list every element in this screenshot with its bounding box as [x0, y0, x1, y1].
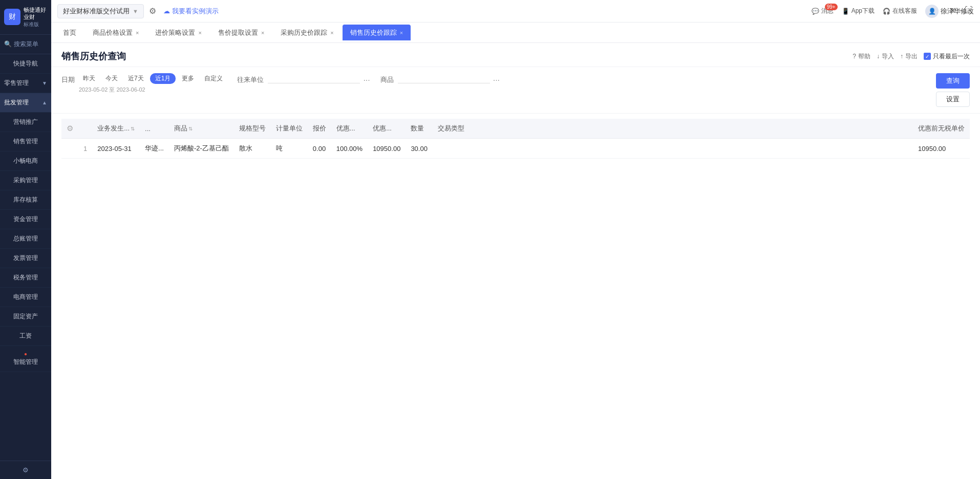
headphone-icon: 🎧	[883, 8, 890, 15]
sidebar-item-smart[interactable]: ● 智能管理	[0, 346, 51, 372]
help-button[interactable]: ? 帮助	[853, 52, 870, 61]
tab-sale-extract-close[interactable]: ×	[261, 30, 264, 36]
tab-purchase-strategy-close[interactable]: ×	[198, 30, 201, 36]
product-dots[interactable]: ...	[493, 74, 500, 83]
sidebar-settings-button[interactable]: ⚙	[0, 461, 51, 479]
tab-purchase-strategy[interactable]: 进价策略设置 ×	[147, 25, 209, 40]
tab-product-price-close[interactable]: ×	[136, 30, 139, 36]
td-spec: 散水	[234, 139, 271, 159]
app-download-button[interactable]: 📱 App下载	[842, 7, 875, 15]
tab-sale-history-label: 销售历史价跟踪	[350, 28, 397, 37]
date-btn-custom[interactable]: 自定义	[200, 73, 227, 84]
date-btn-7days[interactable]: 近7天	[124, 73, 148, 84]
gear-icon[interactable]: ⚙	[67, 124, 73, 133]
th-trade-type[interactable]: 交易类型	[433, 119, 470, 139]
td-discount2: 10950.00	[368, 139, 406, 159]
sidebar-item-tax[interactable]: 税务管理	[0, 268, 51, 288]
th-unit[interactable]: 计量单位	[271, 119, 308, 139]
app-edition: 标准版	[24, 21, 47, 28]
tab-sale-history[interactable]: 销售历史价跟踪 ×	[343, 25, 411, 40]
table-header-row: ⚙ 业务发生...⇅ ... 商品⇅ 规格型号 计量单位 报价 优惠... 优惠…	[61, 119, 970, 139]
sidebar-ledger-label: 总账管理	[13, 234, 38, 243]
date-btn-yesterday[interactable]: 昨天	[79, 73, 99, 84]
td-spacer	[470, 139, 913, 159]
date-btn-more[interactable]: 更多	[178, 73, 198, 84]
demo-label: 我要看实例演示	[172, 7, 219, 16]
tab-purchase-strategy-label: 进价策略设置	[155, 28, 195, 37]
import-button[interactable]: ↓ 导入	[877, 52, 894, 61]
topbar-settings-icon[interactable]: ⚙	[149, 6, 156, 16]
sidebar-item-quick-nav[interactable]: 快捷导航	[0, 54, 51, 74]
th-pre-tax-price[interactable]: 优惠前无税单价	[913, 119, 970, 139]
sidebar-item-purchase[interactable]: 采购管理	[0, 171, 51, 190]
sidebar-item-ecommerce[interactable]: 电商管理	[0, 288, 51, 307]
smart-dot: ●	[24, 351, 27, 357]
th-product[interactable]: 商品⇅	[169, 119, 234, 139]
from-unit-field: ...	[268, 73, 370, 83]
query-button[interactable]: 查询	[936, 73, 970, 89]
sidebar-search[interactable]: 🔍 搜索菜单	[0, 35, 51, 54]
sidebar-item-marketing[interactable]: 营销推广	[0, 113, 51, 132]
from-unit-dots[interactable]: ...	[363, 74, 370, 83]
app-name-block: 畅捷通好业财 标准版	[24, 6, 47, 28]
sidebar-tax-label: 税务管理	[13, 273, 38, 282]
tab-sale-extract[interactable]: 售价提取设置 ×	[210, 25, 272, 40]
tab-sale-history-close[interactable]: ×	[400, 30, 403, 36]
tab-product-price[interactable]: 商品价格设置 ×	[85, 25, 146, 40]
version-selector[interactable]: 好业财标准版交付试用 ▼	[57, 4, 144, 18]
sidebar-wholesale-label: 批发管理	[4, 98, 29, 107]
gear-icon: ⚙	[23, 466, 29, 474]
sidebar-finance-label: 资金管理	[13, 215, 38, 224]
page-content: 销售历史价查询 ? 帮助 ↓ 导入 ↑ 导出 ✓ 只看最后一次	[51, 43, 980, 479]
sidebar-item-finance[interactable]: 资金管理	[0, 210, 51, 229]
tab-sale-extract-label: 售价提取设置	[218, 28, 258, 37]
from-unit-input[interactable]	[268, 73, 360, 83]
data-table: ⚙ 业务发生...⇅ ... 商品⇅ 规格型号 计量单位 报价 优惠... 优惠…	[61, 119, 970, 159]
th-spec[interactable]: 规格型号	[234, 119, 271, 139]
sidebar-item-ledger[interactable]: 总账管理	[0, 229, 51, 249]
sidebar-ecommerce-label: 电商管理	[13, 293, 38, 301]
sidebar-inventory-label: 库存核算	[13, 195, 38, 204]
tab-product-price-label: 商品价格设置	[93, 28, 133, 37]
sidebar-invoice-label: 发票管理	[13, 254, 38, 263]
th-more[interactable]: ...	[140, 119, 169, 139]
export-button[interactable]: ↑ 导出	[900, 52, 918, 61]
sidebar-item-fixed-assets[interactable]: 固定资产	[0, 307, 51, 326]
tab-home[interactable]: 首页	[55, 25, 84, 40]
tab-purchase-history-close[interactable]: ×	[330, 30, 333, 36]
online-service-button[interactable]: 🎧 在线客服	[883, 7, 917, 15]
sidebar-item-sales[interactable]: 销售管理	[0, 132, 51, 151]
sidebar-item-wholesale[interactable]: 批发管理 ▲	[0, 93, 51, 113]
td-discount1: 100.00%	[331, 139, 368, 159]
sidebar-item-payroll[interactable]: 工资	[0, 326, 51, 346]
sidebar-payroll-label: 工资	[19, 332, 32, 340]
td-pre-tax-price: 10950.00	[913, 139, 970, 159]
th-quantity[interactable]: 数量	[406, 119, 433, 139]
sidebar-item-inventory[interactable]: 库存核算	[0, 190, 51, 210]
th-gear[interactable]: ⚙	[61, 119, 78, 139]
sidebar: 财 畅捷通好业财 标准版 🔍 搜索菜单 快捷导航 零售管理 ▼ 批发管理 ▲ 营…	[0, 0, 51, 479]
app-name: 畅捷通好业财	[24, 6, 47, 21]
filter-buttons: 查询 设置	[936, 73, 970, 107]
sidebar-fixed-assets-label: 固定资产	[13, 312, 38, 321]
date-btn-1month[interactable]: 近1月	[150, 73, 176, 84]
filter-settings-button[interactable]: 设置	[936, 92, 970, 107]
filter-product-group: 商品 ...	[380, 73, 500, 84]
app-download-label: App下载	[851, 7, 875, 15]
demo-link[interactable]: ☁ 我要看实例演示	[163, 7, 219, 16]
th-discount1[interactable]: 优惠...	[331, 119, 368, 139]
th-discount2[interactable]: 优惠...	[368, 119, 406, 139]
td-price: 0.00	[308, 139, 331, 159]
message-button[interactable]: 💬 消息 99+	[812, 7, 834, 15]
sidebar-item-retail[interactable]: 零售管理 ▼	[0, 74, 51, 93]
th-price[interactable]: 报价	[308, 119, 331, 139]
only-last-checkbox[interactable]: ✓ 只看最后一次	[924, 52, 970, 61]
product-input[interactable]	[398, 73, 490, 83]
sidebar-item-invoice[interactable]: 发票管理	[0, 249, 51, 268]
th-business-date[interactable]: 业务发生...⇅	[92, 119, 140, 139]
search-icon: 🔍	[4, 40, 12, 48]
from-unit-label: 往来单位	[237, 73, 264, 84]
sidebar-item-ecommerce-small[interactable]: 小畅电商	[0, 151, 51, 171]
tab-purchase-history[interactable]: 采购历史价跟踪 ×	[273, 25, 341, 40]
date-btn-today[interactable]: 今天	[101, 73, 122, 84]
